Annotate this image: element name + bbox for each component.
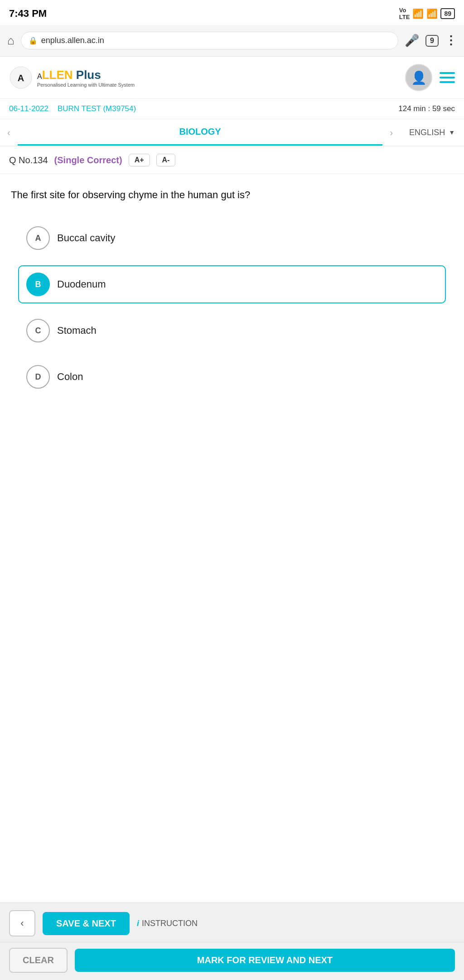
font-increase-button[interactable]: A+ xyxy=(129,154,150,166)
timer-minutes: 124 xyxy=(398,104,411,113)
option-c-wrapper[interactable]: C Stomach xyxy=(18,312,446,350)
font-decrease-button[interactable]: A- xyxy=(156,154,176,166)
question-type: (Single Correct) xyxy=(54,155,122,166)
option-b-circle: B xyxy=(26,273,50,296)
option-d-wrapper[interactable]: D Colon xyxy=(18,358,446,396)
instruction-link[interactable]: i INSTRUCTION xyxy=(137,919,198,928)
subject-tab-bar[interactable]: ‹ BIOLOGY › ENGLISH ▼ xyxy=(0,119,464,146)
browser-bar: ⌂ 🔒 enplus.allen.ac.in 🎤 9 ⋮ xyxy=(0,25,464,57)
option-c-label: Stomach xyxy=(57,325,97,336)
tab-biology[interactable]: BIOLOGY xyxy=(18,119,383,146)
option-c-item[interactable]: C Stomach xyxy=(18,312,446,350)
option-a-label: Buccal cavity xyxy=(57,232,115,244)
url-text: enplus.allen.ac.in xyxy=(41,36,104,45)
options-list: A Buccal cavity B Duodenum C Stomach xyxy=(11,219,453,396)
bottom-actions-row1: ‹ SAVE & NEXT i INSTRUCTION xyxy=(0,902,464,944)
home-icon[interactable]: ⌂ xyxy=(7,34,14,48)
vo-lte-icon: VoLTE xyxy=(399,7,410,20)
status-icons: VoLTE 📶 📶 89 xyxy=(399,7,455,20)
info-icon: i xyxy=(137,919,139,928)
tab-english[interactable]: ENGLISH ▼ xyxy=(400,119,464,146)
status-time: 7:43 PM xyxy=(9,8,47,20)
battery-indicator: 89 xyxy=(440,8,455,19)
url-bar[interactable]: 🔒 enplus.allen.ac.in xyxy=(21,32,398,49)
avatar[interactable]: 👤 xyxy=(405,64,432,91)
test-timer: 124 min : 59 sec xyxy=(398,104,455,113)
tab-english-label: ENGLISH xyxy=(409,128,445,137)
lock-icon: 🔒 xyxy=(29,36,38,45)
logo-tagline: Personalised Learning with Ultimate Syst… xyxy=(37,82,135,88)
instruction-label: INSTRUCTION xyxy=(142,919,198,928)
signal-icon-2: 📶 xyxy=(426,8,438,19)
tab-next-button[interactable]: › xyxy=(382,119,400,146)
menu-icon[interactable] xyxy=(440,72,455,83)
option-d-label: Colon xyxy=(57,371,83,383)
tab-prev-button[interactable]: ‹ xyxy=(0,119,18,146)
header-right: 👤 xyxy=(405,64,455,91)
logo-brand: ALLEN Plus xyxy=(37,68,135,82)
test-date: 06-11-2022 xyxy=(9,104,48,113)
bottom-spacer xyxy=(0,405,464,532)
mic-icon[interactable]: 🎤 xyxy=(405,34,419,48)
bottom-actions-row2: CLEAR MARK FOR REVIEW AND NEXT xyxy=(0,942,464,980)
option-a-circle: A xyxy=(26,226,50,250)
question-text: The first site for observing chyme in th… xyxy=(11,187,453,203)
test-info-bar: 06-11-2022 BURN TEST (M39754) 124 min : … xyxy=(0,99,464,119)
tabs-count[interactable]: 9 xyxy=(425,35,439,47)
option-a-wrapper[interactable]: A Buccal cavity xyxy=(18,219,446,257)
option-b-label: Duodenum xyxy=(57,278,106,290)
back-arrow-icon: ‹ xyxy=(20,917,24,929)
status-bar: 7:43 PM VoLTE 📶 📶 89 xyxy=(0,0,464,25)
svg-text:A: A xyxy=(18,73,24,83)
save-next-button[interactable]: SAVE & NEXT xyxy=(43,912,130,935)
logo-icon: A xyxy=(9,66,33,89)
logo: A ALLEN Plus Personalised Learning with … xyxy=(9,66,135,89)
option-d-circle: D xyxy=(26,365,50,389)
timer-label: min : 59 sec xyxy=(413,104,455,113)
option-d-item[interactable]: D Colon xyxy=(18,358,446,396)
signal-icon-1: 📶 xyxy=(412,8,424,19)
option-b-item[interactable]: B Duodenum xyxy=(18,265,446,303)
clear-button[interactable]: CLEAR xyxy=(9,948,68,973)
test-meta: 06-11-2022 BURN TEST (M39754) xyxy=(9,104,136,113)
mark-review-button[interactable]: MARK FOR REVIEW AND NEXT xyxy=(75,949,455,972)
back-button[interactable]: ‹ xyxy=(9,910,35,936)
question-header: Q No.134 (Single Correct) A+ A- xyxy=(0,146,464,174)
question-number: Q No.134 xyxy=(9,155,48,166)
question-content: The first site for observing chyme in th… xyxy=(0,174,464,405)
option-a-item[interactable]: A Buccal cavity xyxy=(18,219,446,257)
app-header: A ALLEN Plus Personalised Learning with … xyxy=(0,57,464,99)
tab-dropdown-icon: ▼ xyxy=(449,129,455,136)
option-b-wrapper[interactable]: B Duodenum xyxy=(18,265,446,303)
option-c-circle: C xyxy=(26,319,50,342)
logo-text: ALLEN Plus Personalised Learning with Ul… xyxy=(37,68,135,88)
test-name: BURN TEST (M39754) xyxy=(58,104,136,113)
browser-menu-icon[interactable]: ⋮ xyxy=(445,34,457,48)
